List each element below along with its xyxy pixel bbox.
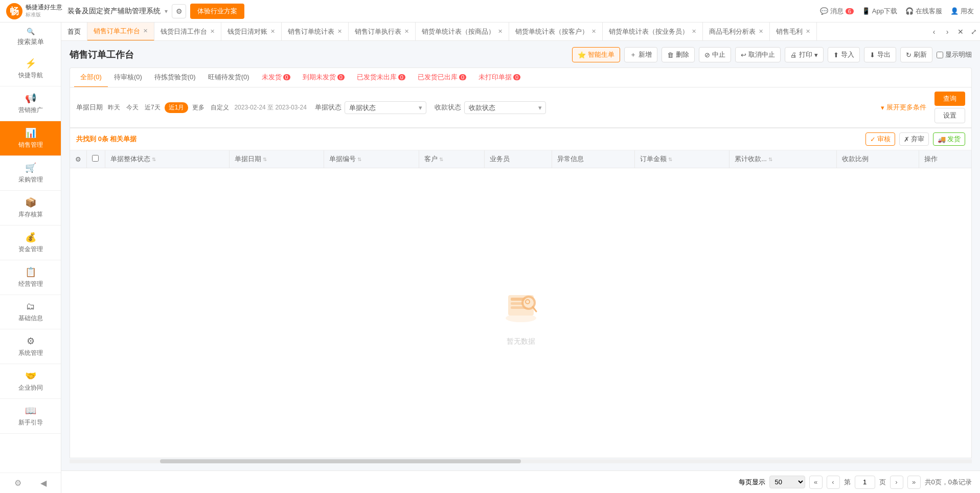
tab-home[interactable]: 首页 bbox=[61, 23, 87, 41]
export-button[interactable]: ⬇ 导出 bbox=[864, 47, 896, 62]
tab-sales-stats-customer[interactable]: 销货单统计表（按客户） ✕ bbox=[509, 23, 603, 41]
tab-sales-stats-product[interactable]: 销货单统计表（按商品） ✕ bbox=[416, 23, 509, 41]
tab-sales-stats-salesperson-close[interactable]: ✕ bbox=[692, 28, 696, 35]
page-number-input[interactable] bbox=[855, 476, 875, 489]
sidebar-collapse-icon[interactable]: ◀ bbox=[40, 478, 47, 488]
sub-tab-not-shipped[interactable]: 未发货 0 bbox=[256, 68, 297, 87]
tab-sales-stats-customer-close[interactable]: ✕ bbox=[591, 28, 596, 35]
filter-setting-button[interactable]: 设置 bbox=[935, 108, 965, 123]
unapprove-button[interactable]: ✗ 弃审 bbox=[899, 132, 929, 146]
th-date-sort[interactable]: 单据日期 ⇅ bbox=[235, 154, 318, 164]
tab-scroll-left-button[interactable]: ‹ bbox=[928, 26, 940, 38]
system-dropdown-arrow[interactable]: ▾ bbox=[165, 8, 168, 15]
query-button[interactable]: 查询 bbox=[935, 92, 965, 106]
delete-button[interactable]: 🗑 删除 bbox=[662, 47, 695, 62]
date-1month[interactable]: 近1月 bbox=[165, 102, 189, 113]
tab-cash-reconcile-close[interactable]: ✕ bbox=[270, 28, 275, 35]
date-custom[interactable]: 自定义 bbox=[209, 102, 231, 113]
sidebar-item-purchase[interactable]: 🛒 采购管理 bbox=[0, 156, 61, 191]
online-service-button[interactable]: 🎧 在线客服 bbox=[905, 7, 942, 16]
sub-tab-overdue-not-shipped[interactable]: 到期未发货 0 bbox=[297, 68, 351, 87]
import-button[interactable]: ⬆ 导入 bbox=[828, 47, 860, 62]
page-last-button[interactable]: » bbox=[907, 476, 921, 489]
new-button[interactable]: ＋ 新增 bbox=[624, 47, 657, 62]
tab-sales-order-exec[interactable]: 销售订单执行表 ✕ bbox=[349, 23, 416, 41]
sub-tab-pending-inspect[interactable]: 待拣货验货(0) bbox=[148, 68, 202, 87]
message-button[interactable]: 💬 消息 6 bbox=[820, 7, 854, 16]
th-overall-status-sort[interactable]: 单据整体状态 ⇅ bbox=[110, 154, 224, 164]
app-download-button[interactable]: 📱 App下载 bbox=[862, 7, 897, 16]
sidebar-settings-icon[interactable]: ⚙ bbox=[14, 478, 21, 488]
page-size-select[interactable]: 50 100 200 bbox=[769, 476, 805, 488]
sidebar-item-finance[interactable]: 💰 资金管理 bbox=[0, 226, 61, 260]
tab-sales-stats-product-close[interactable]: ✕ bbox=[498, 28, 503, 35]
tab-sales-profit-close[interactable]: ✕ bbox=[806, 28, 810, 35]
tab-sales-stats-salesperson[interactable]: 销货单统计表（按业务员） ✕ bbox=[603, 23, 703, 41]
payment-select[interactable]: 收款状态 bbox=[464, 101, 546, 114]
tab-product-margin-close[interactable]: ✕ bbox=[759, 28, 763, 35]
sub-tab-all[interactable]: 全部(0) bbox=[74, 68, 108, 87]
settings-gear-button[interactable]: ⚙ bbox=[172, 4, 186, 18]
date-more[interactable]: 更多 bbox=[190, 102, 207, 113]
show-detail-checkbox[interactable] bbox=[937, 52, 943, 58]
tab-close-all-button[interactable]: ✕ bbox=[954, 26, 967, 38]
date-yesterday[interactable]: 昨天 bbox=[106, 102, 122, 113]
sub-tab-shipped-out[interactable]: 已发货已出库 0 bbox=[412, 68, 472, 87]
column-settings-icon[interactable]: ⚙ bbox=[75, 155, 81, 163]
tab-cash-daily-close[interactable]: ✕ bbox=[210, 28, 215, 35]
sidebar-item-cooperation[interactable]: 🤝 企业协同 bbox=[0, 364, 61, 399]
show-detail-checkbox-area[interactable]: 显示明细 bbox=[937, 50, 972, 59]
sidebar-item-inventory[interactable]: 📦 库存核算 bbox=[0, 191, 61, 226]
th-collected-sort[interactable]: 累计收款... ⇅ bbox=[735, 154, 831, 164]
user-menu-button[interactable]: 👤 用友 bbox=[950, 7, 974, 16]
import-label: 导入 bbox=[841, 50, 854, 59]
print-button[interactable]: 🖨 打印 ▾ bbox=[785, 47, 824, 62]
tab-sales-order-exec-close[interactable]: ✕ bbox=[404, 28, 409, 35]
tab-sales-order-stats[interactable]: 销售订单统计表 ✕ bbox=[282, 23, 349, 41]
th-amount-sort[interactable]: 订单金额 ⇅ bbox=[640, 154, 724, 164]
sidebar-item-operations[interactable]: 📋 经营管理 bbox=[0, 260, 61, 295]
th-customer-sort[interactable]: 客户 ⇅ bbox=[424, 154, 479, 164]
sidebar-item-sales[interactable]: 📊 销售管理 bbox=[0, 121, 61, 156]
tab-sales-order-stats-close[interactable]: ✕ bbox=[337, 28, 342, 35]
smart-create-button[interactable]: ⭐ 智能生单 bbox=[572, 47, 620, 62]
page-first-button[interactable]: « bbox=[809, 476, 823, 489]
sidebar-item-marketing[interactable]: 📢 营销推广 bbox=[0, 86, 61, 121]
date-today[interactable]: 今天 bbox=[124, 102, 141, 113]
tab-product-margin[interactable]: 商品毛利分析表 ✕ bbox=[703, 23, 770, 41]
th-number-sort[interactable]: 单据编号 ⇅ bbox=[329, 154, 413, 164]
th-settings[interactable]: ⚙ bbox=[70, 150, 87, 168]
status-select[interactable]: 单据状态 bbox=[345, 101, 426, 114]
tab-sales-profit[interactable]: 销售毛利 ✕ bbox=[770, 23, 817, 41]
sidebar-item-system[interactable]: ⚙ 系统管理 bbox=[0, 329, 61, 364]
tab-cash-reconcile[interactable]: 钱货日清对账 ✕ bbox=[221, 23, 282, 41]
sub-tab-shipped-out-label: 已发货已出库 bbox=[418, 73, 458, 82]
refresh-button[interactable]: ↻ 刷新 bbox=[900, 47, 932, 62]
sidebar-item-guide[interactable]: 📖 新手引导 bbox=[0, 399, 61, 434]
tab-fullscreen-button[interactable]: ⤢ bbox=[968, 26, 980, 38]
sub-tab-not-printed[interactable]: 未打印单据 0 bbox=[472, 68, 527, 87]
cancel-suspend-button[interactable]: ↩ 取消中止 bbox=[735, 47, 781, 62]
horizontal-scrollbar[interactable] bbox=[70, 459, 972, 463]
experience-button[interactable]: 体验行业方案 bbox=[190, 4, 244, 19]
date-7days[interactable]: 近7天 bbox=[143, 102, 163, 113]
ship-button[interactable]: 🚚 发货 bbox=[933, 132, 965, 146]
shipped-out-badge: 0 bbox=[459, 74, 466, 80]
sidebar-search-area[interactable]: 🔍 搜索菜单 bbox=[0, 23, 61, 52]
expand-more-button[interactable]: ▾ 展开更多条件 bbox=[881, 103, 926, 112]
scroll-thumb[interactable] bbox=[160, 459, 521, 463]
page-next-button[interactable]: › bbox=[890, 476, 903, 489]
sub-tab-shipped-not-out[interactable]: 已发货未出库 0 bbox=[351, 68, 412, 87]
tab-sales-order-workbench-close[interactable]: ✕ bbox=[143, 28, 148, 34]
tab-sales-order-workbench[interactable]: 销售订单工作台 ✕ bbox=[87, 23, 154, 41]
select-all-checkbox[interactable] bbox=[92, 155, 99, 162]
tab-scroll-right-button[interactable]: › bbox=[941, 26, 953, 38]
approve-button[interactable]: ✓ 审核 bbox=[865, 132, 895, 146]
page-prev-button[interactable]: ‹ bbox=[827, 476, 840, 489]
sub-tab-wangpu-pending[interactable]: 旺铺待发货(0) bbox=[202, 68, 256, 87]
sidebar-item-basics[interactable]: 🗂 基础信息 bbox=[0, 295, 61, 329]
sub-tab-pending-review[interactable]: 待审核(0) bbox=[108, 68, 148, 87]
tab-cash-daily[interactable]: 钱货日清工作台 ✕ bbox=[154, 23, 221, 41]
suspend-button[interactable]: ⊘ 中止 bbox=[699, 47, 731, 62]
sidebar-item-quicknav[interactable]: ⚡ 快捷导航 bbox=[0, 52, 61, 86]
